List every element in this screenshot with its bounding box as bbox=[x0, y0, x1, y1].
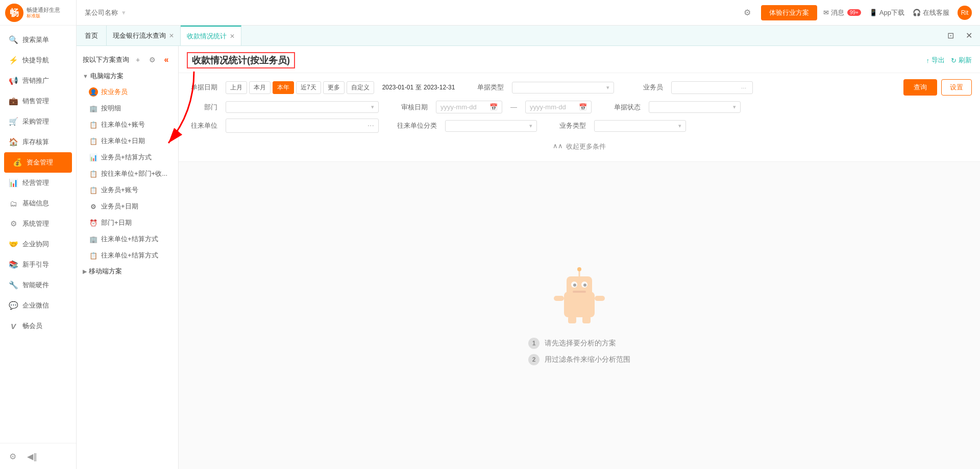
sidebar-item-purchase[interactable]: 🛒 采购管理 bbox=[0, 111, 76, 132]
refresh-btn[interactable]: ↻ 刷新 bbox=[951, 56, 972, 65]
sidebar-item-operation[interactable]: 📊 经营管理 bbox=[0, 173, 76, 193]
sidebar-item-sales[interactable]: 💼 销售管理 bbox=[0, 91, 76, 111]
sidebar-item-base[interactable]: 🗂 基础信息 bbox=[0, 193, 76, 214]
sidebar-item-hardware[interactable]: 🔧 智能硬件 bbox=[0, 275, 76, 295]
collapse-panel-btn[interactable]: « bbox=[161, 54, 172, 65]
tab-maximize-btn[interactable]: ⊡ bbox=[943, 29, 958, 43]
menu-salesperson-account[interactable]: 📋 业务员+账号 bbox=[77, 182, 178, 198]
sidebar-item-inventory[interactable]: 🏠 库存核算 bbox=[0, 132, 76, 152]
empty-state: 1 请先选择要分析的方案 2 用过滤条件来缩小分析范围 bbox=[179, 162, 980, 469]
filter-row-3: 往来单位 ··· 往来单位分类 ▾ 业务类型 ▾ bbox=[187, 119, 972, 133]
date-btn-this-month[interactable]: 本月 bbox=[249, 81, 271, 94]
salesperson-select[interactable]: ··· bbox=[671, 81, 753, 94]
svg-point-5 bbox=[583, 284, 586, 287]
menu-salesperson-settle[interactable]: 📊 业务员+结算方式 bbox=[77, 149, 178, 166]
panel-header-text: 按以下方案查询 bbox=[83, 55, 129, 64]
date-btn-custom[interactable]: 自定义 bbox=[347, 81, 374, 94]
tab-receipts[interactable]: 收款情况统计 ✕ bbox=[181, 26, 241, 45]
sidebar-item-enterprise[interactable]: 🤝 企业协同 bbox=[0, 234, 76, 254]
trial-industry-btn[interactable]: 体验行业方案 bbox=[761, 5, 817, 20]
breadcrumb-company: 某公司名称 bbox=[85, 8, 118, 17]
business-type-select[interactable]: ▾ bbox=[594, 120, 686, 132]
messages-btn[interactable]: ✉ 消息 99+ bbox=[823, 8, 861, 17]
review-date-from-calendar-icon[interactable]: 📅 bbox=[489, 103, 498, 111]
collapse-bar[interactable]: ∧∧ 收起更多条件 bbox=[187, 138, 972, 155]
dept-select[interactable]: ▾ bbox=[226, 101, 379, 113]
tab-home[interactable]: 首页 bbox=[77, 26, 107, 45]
menu-salesperson-date[interactable]: ⚙ 业务员+日期 bbox=[77, 198, 178, 215]
menu-partner-account[interactable]: 📋 往来单位+账号 bbox=[77, 116, 178, 133]
online-service-btn[interactable]: 🎧 在线客服 bbox=[913, 8, 949, 17]
partner-settle2-icon: 📋 bbox=[89, 251, 98, 260]
menu-partner-settle1[interactable]: 🏢 往来单位+结算方式 bbox=[77, 231, 178, 247]
review-date-to-input[interactable]: yyyy-mm-dd 📅 bbox=[525, 101, 592, 113]
topbar-settings-icon[interactable]: ⚙ bbox=[744, 8, 751, 17]
content-area: 按以下方案查询 + ⚙ « ▼ 电脑端方案 👤 按业务员 🏢 bbox=[77, 46, 980, 469]
menu-dept-date[interactable]: ⏰ 部门+日期 bbox=[77, 215, 178, 231]
review-date-label: 审核日期 bbox=[397, 103, 428, 112]
collapse-sidebar-btn[interactable]: ◀‖ bbox=[24, 449, 40, 464]
partner-category-label: 往来单位分类 bbox=[397, 121, 437, 130]
export-btn[interactable]: ↑ 导出 bbox=[926, 56, 945, 65]
sidebar-item-guide[interactable]: 📚 新手引导 bbox=[0, 254, 76, 275]
date-btn-this-year[interactable]: 本年 bbox=[273, 81, 294, 94]
logo-text: 畅捷通好生意 标准版 bbox=[27, 6, 60, 19]
partner-dots[interactable]: ··· bbox=[368, 121, 374, 130]
partner-select[interactable]: ··· bbox=[226, 119, 379, 133]
right-content: 收款情况统计(按业务员) ↑ 导出 ↻ 刷新 单据日期 bbox=[179, 46, 980, 469]
sidebar-item-finance[interactable]: 💰 资金管理 bbox=[4, 152, 72, 173]
mobile-section-title: 移动端方案 bbox=[89, 267, 172, 276]
sales-icon: 💼 bbox=[8, 96, 18, 106]
review-date-from-input[interactable]: yyyy-mm-dd 📅 bbox=[436, 101, 502, 113]
menu-partner-dept-collect[interactable]: 📋 按往来单位+部门+收... bbox=[77, 166, 178, 182]
voucher-status-label: 单据状态 bbox=[610, 103, 641, 112]
desktop-section-header[interactable]: ▼ 电脑端方案 bbox=[77, 68, 178, 84]
sidebar-nav: 🔍 搜索菜单 ⚡ 快捷导航 📢 营销推广 💼 销售管理 🛒 采购管理 🏠 库存核… bbox=[0, 26, 76, 443]
sidebar-item-system[interactable]: ⚙ 系统管理 bbox=[0, 214, 76, 234]
date-btn-last-month[interactable]: 上月 bbox=[226, 81, 247, 94]
svg-point-4 bbox=[573, 284, 576, 287]
inventory-icon: 🏠 bbox=[8, 137, 18, 147]
salesperson-label: 业务员 bbox=[632, 83, 663, 92]
tab-bank-close[interactable]: ✕ bbox=[169, 32, 174, 39]
add-scheme-btn[interactable]: + bbox=[132, 54, 143, 65]
step2-num: 2 bbox=[528, 354, 540, 365]
marketing-icon: 📢 bbox=[8, 76, 18, 86]
query-btn[interactable]: 查询 bbox=[903, 79, 937, 96]
menu-by-salesperson[interactable]: 👤 按业务员 bbox=[77, 84, 178, 100]
notification-badge: 99+ bbox=[847, 9, 861, 16]
tabbar-right: ⊡ ✕ bbox=[943, 29, 980, 43]
sidebar-item-search[interactable]: 🔍 搜索菜单 bbox=[0, 30, 76, 50]
voucher-type-select[interactable]: ▾ bbox=[512, 82, 614, 93]
scheme-settings-btn[interactable]: ⚙ bbox=[146, 54, 158, 65]
date-btn-7days[interactable]: 近7天 bbox=[296, 81, 321, 94]
menu-partner-date[interactable]: 📋 往来单位+日期 bbox=[77, 133, 178, 149]
sidebar-item-marketing[interactable]: 📢 营销推广 bbox=[0, 71, 76, 91]
tab-bank[interactable]: 现金银行流水查询 ✕ bbox=[107, 26, 181, 45]
settings-filter-btn[interactable]: 设置 bbox=[941, 79, 972, 96]
partner-settle1-icon: 🏢 bbox=[89, 235, 98, 244]
tab-close-all-btn[interactable]: ✕ bbox=[962, 29, 976, 43]
filter-row-2: 部门 ▾ 审核日期 yyyy-mm-dd 📅 — yyyy-mm-dd 📅 bbox=[187, 101, 972, 113]
sidebar-item-member[interactable]: V 畅会员 bbox=[0, 316, 76, 336]
menu-partner-settle2[interactable]: 📋 往来单位+结算方式 bbox=[77, 247, 178, 264]
step1-num: 1 bbox=[528, 338, 540, 349]
sidebar-item-wechat[interactable]: 💬 企业微信 bbox=[0, 295, 76, 316]
app-download-btn[interactable]: 📱 App下载 bbox=[869, 8, 904, 17]
partner-category-select[interactable]: ▾ bbox=[445, 120, 537, 132]
headset-icon: 🎧 bbox=[913, 9, 921, 16]
sidebar-item-quicknav[interactable]: ⚡ 快捷导航 bbox=[0, 50, 76, 71]
date-btn-more[interactable]: 更多 bbox=[323, 81, 345, 94]
export-icon: ↑ bbox=[926, 57, 930, 64]
user-avatar[interactable]: Rit bbox=[958, 6, 972, 20]
tab-receipts-close[interactable]: ✕ bbox=[230, 33, 235, 40]
filter-area: 单据日期 上月 本月 本年 近7天 更多 自定义 2023-01-01 至 20… bbox=[179, 73, 980, 162]
desktop-section-title: 电脑端方案 bbox=[90, 72, 172, 81]
mobile-section-header[interactable]: ▶ 移动端方案 bbox=[77, 264, 178, 279]
settings-bottom-btn[interactable]: ⚙ bbox=[5, 449, 20, 464]
voucher-status-select[interactable]: ▾ bbox=[649, 101, 741, 113]
menu-by-detail[interactable]: 🏢 按明细 bbox=[77, 100, 178, 116]
review-date-to-calendar-icon[interactable]: 📅 bbox=[579, 103, 587, 111]
main-area: 某公司名称 ▾ ⚙ 体验行业方案 ✉ 消息 99+ 📱 App下载 🎧 在线客服… bbox=[77, 0, 980, 469]
member-icon: V bbox=[8, 321, 18, 331]
